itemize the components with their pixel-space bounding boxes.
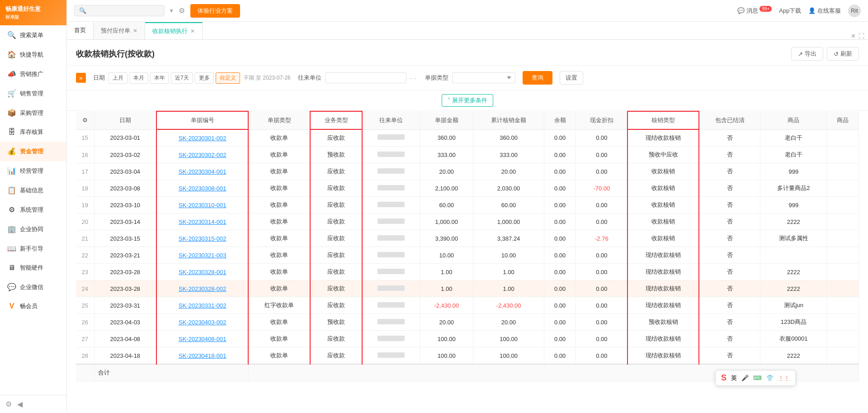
filter-toggle-button[interactable]: » — [76, 73, 86, 83]
sidebar-item-marketing[interactable]: 📣 营销推广 — [0, 64, 66, 84]
row-biz-type: 应收款 — [310, 347, 362, 365]
row-date: 2023-03-08 — [94, 180, 156, 197]
row-voucher-no[interactable]: SK-20230301-002 — [156, 129, 248, 147]
row-num: 15 — [76, 129, 94, 147]
row-voucher-no[interactable]: SK-20230418-001 — [156, 347, 248, 365]
sidebar-item-quicknav[interactable]: 🏠 快捷导航 — [0, 45, 66, 64]
row-biz-type: 应收款 — [310, 247, 362, 264]
sidebar-item-basic[interactable]: 📋 基础信息 — [0, 180, 66, 200]
settings-icon[interactable]: ⚙ — [5, 400, 12, 408]
filter-btn-more[interactable]: 更多 — [195, 72, 214, 84]
row-date: 2023-03-21 — [94, 247, 156, 264]
row-num: 19 — [76, 197, 94, 214]
industry-solution-button[interactable]: 体验行业方案 — [190, 4, 240, 18]
row-date: 2023-03-15 — [94, 230, 156, 247]
row-voucher-no[interactable]: SK-20230314-001 — [156, 214, 248, 230]
filter-btn-custom[interactable]: 自定义 — [216, 72, 240, 84]
tab-prepay-close-icon[interactable]: ✕ — [133, 28, 137, 34]
notification-area[interactable]: 💬 消息 99+ — [737, 6, 772, 15]
row-cumulative: 1,000.00 — [473, 214, 544, 230]
row-partner — [362, 331, 420, 347]
row-num: 22 — [76, 247, 94, 264]
user-avatar[interactable]: Rit — [848, 5, 861, 17]
settings-button[interactable]: 设置 — [560, 71, 583, 85]
filter-btn-this-month[interactable]: 本月 — [129, 72, 148, 84]
ime-mic-icon[interactable]: 🎤 — [741, 375, 749, 381]
expand-filter-button[interactable]: ˅ 展开更多条件 — [442, 94, 493, 107]
tab-actions: ✕ ⛶ — [851, 33, 868, 39]
row-balance: 0.00 — [544, 247, 576, 264]
table-row: 21 2023-03-15 SK-20230315-002 收款单 应收款 3,… — [76, 230, 859, 247]
tab-receipt[interactable]: 收款核销执行 ✕ — [145, 22, 203, 39]
filter-btn-last-month[interactable]: 上月 — [108, 72, 127, 84]
row-voucher-no[interactable]: SK-20230321-003 — [156, 247, 248, 264]
sidebar-item-operation[interactable]: 📊 经营管理 — [0, 161, 66, 180]
sidebar-item-search[interactable]: 🔍 搜索菜单 — [0, 25, 66, 45]
row-voucher-no[interactable]: SK-20230408-001 — [156, 331, 248, 347]
sidebar-item-inventory[interactable]: 🗄 库存核算 — [0, 123, 66, 142]
row-include-settled: 否 — [699, 180, 760, 197]
voucher-type-select[interactable] — [452, 72, 515, 83]
sidebar-item-purchase[interactable]: 📦 采购管理 — [0, 103, 66, 123]
sidebar-item-finance[interactable]: 💰 资金管理 — [0, 142, 66, 161]
chevron-down-icon[interactable]: ▾ — [170, 7, 173, 14]
row-voucher-no[interactable]: SK-20230304-001 — [156, 163, 248, 180]
tab-expand-icon[interactable]: ⛶ — [859, 33, 864, 39]
online-service-link[interactable]: 👤 在线客服 — [808, 7, 841, 15]
filter-btn-7days[interactable]: 近7天 — [171, 72, 193, 84]
sidebar-item-weixin[interactable]: 💬 企业微信 — [0, 277, 66, 297]
sidebar-item-hardware[interactable]: 🖥 智能硬件 — [0, 258, 66, 277]
row-voucher-no[interactable]: SK-20230403-002 — [156, 314, 248, 331]
sidebar-item-enterprise[interactable]: 🏢 企业协同 — [0, 219, 66, 239]
purchase-icon: 📦 — [7, 109, 16, 117]
sidebar-item-sales[interactable]: 🛒 销售管理 — [0, 84, 66, 103]
footer-label: 合计 — [94, 364, 248, 381]
row-voucher-no[interactable]: SK-20230315-002 — [156, 230, 248, 247]
collapse-icon[interactable]: ◀ — [17, 400, 23, 408]
query-button[interactable]: 查询 — [523, 71, 552, 85]
partner-filter-input[interactable] — [325, 72, 406, 83]
row-balance: 0.00 — [544, 214, 576, 230]
partner-filter-label: 往来单位 — [298, 74, 321, 82]
row-voucher-no[interactable]: SK-20230308-001 — [156, 180, 248, 197]
row-voucher-no[interactable]: SK-20230331-002 — [156, 297, 248, 314]
tab-close-all-icon[interactable]: ✕ — [851, 33, 856, 39]
inventory-icon: 🗄 — [7, 128, 16, 136]
col-settings-header[interactable]: ⚙ — [76, 111, 94, 129]
row-date: 2023-03-28 — [94, 280, 156, 297]
row-include-settled: 否 — [699, 280, 760, 297]
row-voucher-no[interactable]: SK-20230310-001 — [156, 197, 248, 214]
ime-apps-icon[interactable]: ⋮⋮ — [778, 375, 790, 381]
row-voucher-no[interactable]: SK-20230302-002 — [156, 147, 248, 163]
sidebar-item-system[interactable]: ⚙ 系统管理 — [0, 200, 66, 219]
sidebar-item-label: 畅会员 — [20, 302, 38, 310]
gear-settings-icon[interactable]: ⚙ — [179, 6, 185, 15]
row-voucher-no[interactable]: SK-20230328-001 — [156, 264, 248, 280]
row-voucher-type: 收款单 — [248, 264, 310, 280]
refresh-button[interactable]: ↺ 刷新 — [827, 47, 859, 61]
table-row: 18 2023-03-08 SK-20230308-001 收款单 应收款 2,… — [76, 180, 859, 197]
app-download-link[interactable]: App下载 — [779, 7, 801, 15]
row-voucher-no[interactable]: SK-20230328-002 — [156, 280, 248, 297]
sidebar-item-guide[interactable]: 📖 新手引导 — [0, 239, 66, 258]
sidebar-item-member[interactable]: V 畅会员 — [0, 297, 66, 316]
row-date: 2023-03-14 — [94, 214, 156, 230]
search-icon: 🔍 — [79, 7, 86, 14]
row-balance: 0.00 — [544, 163, 576, 180]
ime-keyboard-icon[interactable]: ⌨ — [753, 375, 762, 381]
tab-home[interactable]: 首页 — [67, 22, 94, 39]
tab-prepay[interactable]: 预付应付单 ✕ — [94, 22, 145, 39]
filter-btn-this-year[interactable]: 本年 — [150, 72, 169, 84]
table-settings-gear-icon[interactable]: ⚙ — [82, 117, 88, 123]
row-cumulative: -2,430.00 — [473, 297, 544, 314]
row-cumulative: 360.00 — [473, 129, 544, 147]
tab-receipt-close-icon[interactable]: ✕ — [190, 28, 195, 34]
row-write-off-type: 预收中应收 — [627, 147, 699, 163]
row-voucher-type: 收款单 — [248, 230, 310, 247]
topbar-search[interactable]: 🔍 — [74, 5, 165, 16]
row-product2 — [827, 163, 859, 180]
row-cumulative: 1.00 — [473, 280, 544, 297]
export-button[interactable]: ↗ 导出 — [791, 47, 823, 61]
row-include-settled: 否 — [699, 163, 760, 180]
search-icon: 🔍 — [7, 31, 16, 39]
